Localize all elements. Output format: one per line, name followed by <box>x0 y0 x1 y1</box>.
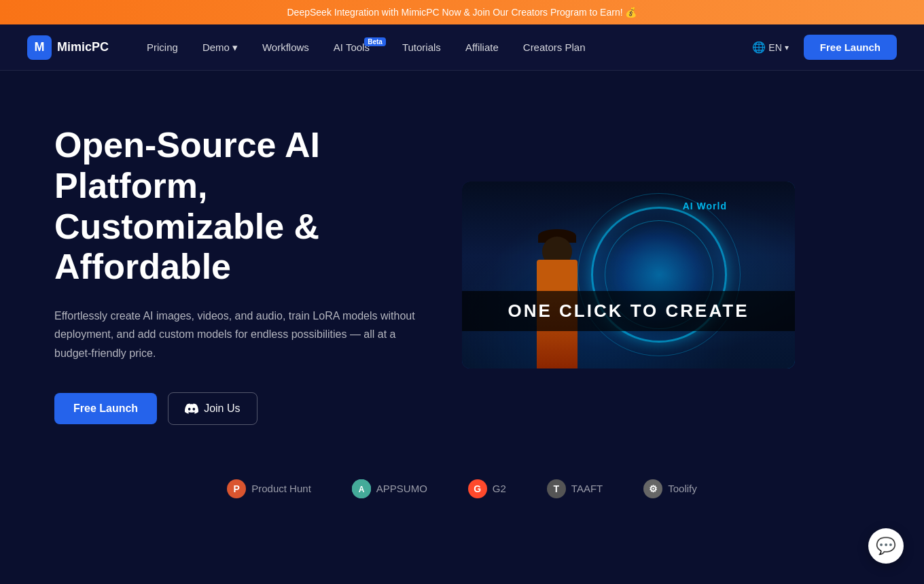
g2-label: G2 <box>493 483 506 494</box>
one-click-text: ONE CLICK TO CREATE <box>476 300 781 322</box>
globe-icon: 🌐 <box>752 41 766 54</box>
nav-item-affiliate[interactable]: Affiliate <box>455 36 510 58</box>
logo-toolify[interactable]: ⚙ Toolify <box>643 479 697 498</box>
nav-links: Pricing Demo ▾ Workflows AI Tools Beta T… <box>136 36 745 59</box>
taaft-label: TAAFT <box>571 483 603 494</box>
ai-world-text: AI World <box>683 201 727 211</box>
hero-left: Open-Source AI Platform, Customizable & … <box>54 125 421 425</box>
language-selector[interactable]: 🌐 EN ▾ <box>745 37 795 58</box>
nav-item-tutorials[interactable]: Tutorials <box>391 36 452 58</box>
join-us-label: Join Us <box>204 402 240 415</box>
g2-icon: G <box>468 479 487 498</box>
logo-product-hunt[interactable]: P Product Hunt <box>227 479 311 498</box>
toolify-label: Toolify <box>668 483 697 494</box>
toolify-icon: ⚙ <box>643 479 662 498</box>
hero-free-launch-button[interactable]: Free Launch <box>54 393 157 424</box>
whatsapp-icon: 💬 <box>876 536 896 555</box>
hero-section: Open-Source AI Platform, Customizable & … <box>0 71 924 466</box>
navbar-free-launch-button[interactable]: Free Launch <box>804 35 897 60</box>
hero-right: AI World ONE CLICK TO CREATE <box>462 182 795 369</box>
nav-item-pricing[interactable]: Pricing <box>136 36 189 58</box>
nav-item-workflows[interactable]: Workflows <box>251 36 320 58</box>
logo-g2[interactable]: G G2 <box>468 479 506 498</box>
support-button[interactable]: 💬 <box>868 528 904 564</box>
navbar: M MimicPC Pricing Demo ▾ Workflows AI To… <box>0 24 924 71</box>
appsumo-svg: A <box>352 479 371 498</box>
nav-item-creators-plan[interactable]: Creators Plan <box>512 36 597 58</box>
appsumo-icon: A <box>352 479 371 498</box>
top-banner: DeepSeek Integration with MimicPC Now & … <box>0 0 924 24</box>
hero-buttons: Free Launch Join Us <box>54 392 421 425</box>
nav-item-ai-tools[interactable]: AI Tools Beta <box>323 36 389 58</box>
product-hunt-icon: P <box>227 479 246 498</box>
banner-text: DeepSeek Integration with MimicPC Now & … <box>287 7 637 18</box>
discord-icon <box>185 402 198 415</box>
logo-text: MimicPC <box>57 40 109 54</box>
nav-item-demo[interactable]: Demo ▾ <box>192 36 249 59</box>
logo-icon: M <box>27 35 52 60</box>
logo-appsumo[interactable]: A APPSUMO <box>352 479 427 498</box>
hero-image: AI World ONE CLICK TO CREATE <box>462 182 795 369</box>
lang-label: EN <box>768 42 781 53</box>
hero-title: Open-Source AI Platform, Customizable & … <box>54 125 421 288</box>
logo[interactable]: M MimicPC <box>27 35 109 60</box>
hero-join-us-button[interactable]: Join Us <box>168 392 257 425</box>
beta-badge: Beta <box>364 37 386 46</box>
chevron-icon: ▾ <box>785 43 789 52</box>
hero-description: Effortlessly create AI images, videos, a… <box>54 307 421 362</box>
svg-text:A: A <box>358 485 364 494</box>
chevron-down-icon: ▾ <box>232 41 238 54</box>
bottom-logos: P Product Hunt A APPSUMO G G2 T TAAFT ⚙ … <box>0 466 924 519</box>
product-hunt-label: Product Hunt <box>251 483 311 494</box>
appsumo-label: APPSUMO <box>376 483 427 494</box>
logo-taaft[interactable]: T TAAFT <box>547 479 603 498</box>
nav-right: 🌐 EN ▾ Free Launch <box>745 35 897 60</box>
taaft-icon: T <box>547 479 566 498</box>
one-click-banner: ONE CLICK TO CREATE <box>462 291 795 331</box>
